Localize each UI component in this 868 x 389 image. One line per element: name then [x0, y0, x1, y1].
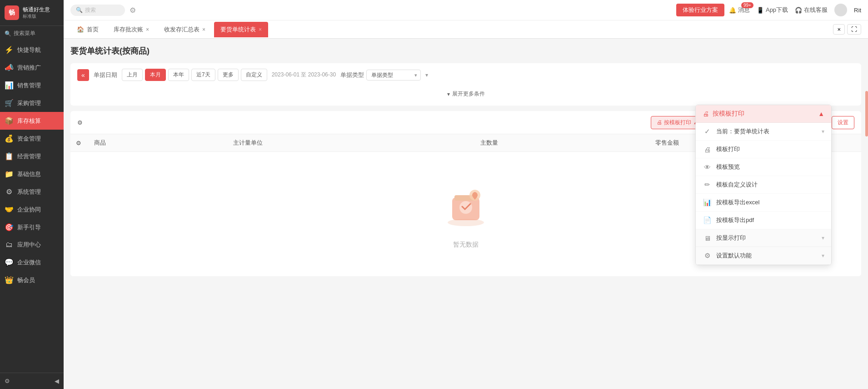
date-filter-group: 上月 本月 本年 近7天 更多 自定义 [122, 69, 267, 81]
sidebar-item-system[interactable]: ⚙ 系统管理 [0, 183, 64, 201]
order-type-select-wrapper[interactable]: 单据类型 [366, 70, 421, 81]
sidebar-item-shortcut[interactable]: ⚡ 快捷导航 [0, 41, 64, 59]
template-export-pdf-item[interactable]: 📄 按模板导出pdf [696, 212, 831, 229]
order-type-filter: 单据类型 单据类型 [340, 70, 421, 81]
logo-icon: 畅 [5, 5, 19, 20]
template-preview-item[interactable]: 👁 模板预览 [696, 158, 831, 176]
sidebar-item-appstore[interactable]: 🗂 应用中心 [0, 236, 64, 253]
template-export-excel-item[interactable]: 📊 按模板导出excel [696, 194, 831, 212]
online-service-btn[interactable]: 🎧 在线客服 [795, 6, 828, 14]
sidebar-item-label: 采购管理 [17, 99, 41, 107]
print-dropdown-close-button[interactable]: ▲ [818, 110, 824, 117]
basic-icon: 📁 [5, 170, 14, 178]
tab-collection[interactable]: 收发存汇总表 × [158, 22, 212, 37]
sidebar-item-label: 企业协同 [17, 206, 41, 214]
order-type-select[interactable]: 单据类型 [366, 70, 421, 81]
tab-close-btn[interactable]: × [833, 24, 845, 35]
sidebar-item-guide[interactable]: 🎯 新手引导 [0, 218, 64, 236]
home-icon: 🏠 [77, 26, 84, 33]
expand-filter-button[interactable]: ▾ 展开更多条件 [447, 90, 485, 98]
template-export-excel-label: 按模板导出excel [716, 198, 759, 207]
template-print-label: 模板打印 [716, 145, 740, 153]
date-filter-label: 单据日期 [94, 71, 117, 79]
col-product: 商品 [89, 134, 228, 152]
sidebar-item-label: 系统管理 [17, 188, 41, 196]
current-template-item[interactable]: ✓ 当前：要货单统计表 ▾ [696, 123, 831, 141]
date-btn-this-month[interactable]: 本月 [145, 69, 166, 81]
template-print-item[interactable]: 🖨 模板打印 [696, 141, 831, 158]
sidebar-item-label: 基础信息 [17, 170, 41, 178]
print-dropdown-panel: 🖨 按模板打印 ▲ ✓ 当前：要货单统计表 ▾ 🖨 模板打印 👁 模板预 [695, 105, 832, 265]
display-print-item[interactable]: 🖥 按显示打印 ▾ [696, 229, 831, 247]
sidebar-nav: ⚡ 快捷导航 📣 营销推广 📊 销售管理 🛒 采购管理 📦 库存核算 💰 资金管… [0, 41, 64, 373]
main-area: 🔍 搜索 ⚙ 体验行业方案 🔔 消息 99+ 📱 App下载 🎧 在线客服 Ri… [64, 0, 868, 389]
set-default-item[interactable]: ⚙ 设置默认功能 ▾ [696, 247, 831, 265]
online-service-label: 在线客服 [804, 6, 828, 14]
date-range-text: 2023-06-01 至 2023-06-30 [272, 71, 336, 79]
date-btn-last-month[interactable]: 上月 [122, 69, 143, 81]
excel-icon: 📊 [703, 198, 712, 207]
date-btn-this-year[interactable]: 本年 [168, 69, 189, 81]
sidebar-item-label: 销售管理 [17, 81, 41, 90]
operations-icon: 📋 [5, 152, 14, 161]
trial-button[interactable]: 体验行业方案 [676, 4, 724, 16]
sidebar-item-inventory[interactable]: 📦 库存核算 [0, 112, 64, 130]
sidebar-bottom: ⚙ ◀ [0, 373, 64, 389]
header-right: 🔔 消息 99+ 📱 App下载 🎧 在线客服 Rit [729, 4, 861, 16]
tab-collection-close[interactable]: × [202, 26, 205, 33]
sidebar-item-label: 经营管理 [17, 152, 41, 161]
tab-home[interactable]: 🏠 首页 [70, 22, 105, 37]
tab-maximize-btn[interactable]: ⛶ [847, 24, 861, 35]
empty-text: 暂无数据 [453, 241, 479, 249]
collapse-icon[interactable]: ◀ [55, 378, 59, 384]
col-quantity: 主数量 [475, 134, 650, 152]
tab-collection-label: 收发存汇总表 [164, 25, 200, 34]
app-download-btn[interactable]: 📱 App下载 [757, 6, 788, 14]
design-icon: ✏ [703, 181, 712, 189]
app-logo: 畅 畅通好生意 标准版 [0, 0, 64, 26]
template-check-icon: ✓ [703, 127, 712, 136]
filter-dropdown-arrow: ▾ [425, 72, 428, 78]
template-design-item[interactable]: ✏ 模板自定义设计 [696, 176, 831, 194]
tab-order-stats-label: 要货单统计表 [220, 25, 256, 34]
page-title: 要货单统计表(按商品) [70, 45, 861, 56]
settings-button[interactable]: 设置 [832, 116, 854, 129]
tabs-bar: 🏠 首页 库存批次账 × 收发存汇总表 × 要货单统计表 × × ⛶ [64, 20, 868, 39]
search-icon: 🔍 [5, 30, 11, 37]
sidebar-item-operations[interactable]: 📋 经营管理 [0, 147, 64, 165]
date-btn-7days[interactable]: 近7天 [191, 69, 215, 81]
tab-batch[interactable]: 库存批次账 × [107, 22, 155, 37]
sidebar-search[interactable]: 🔍 搜索菜单 [0, 26, 64, 41]
settings-icon[interactable]: ⚙ [5, 378, 10, 384]
print-dropdown-header: 🖨 按模板打印 ▲ [696, 105, 831, 123]
tab-order-stats[interactable]: 要货单统计表 × [214, 22, 268, 37]
date-btn-custom[interactable]: 自定义 [241, 69, 267, 81]
header-search-bar[interactable]: 🔍 搜索 [70, 5, 125, 16]
tab-order-stats-close[interactable]: × [259, 26, 262, 33]
header-gear-icon[interactable]: ⚙ [130, 6, 136, 15]
messages-btn[interactable]: 🔔 消息 99+ [729, 6, 750, 14]
shortcut-icon: ⚡ [5, 45, 14, 54]
phone-icon: 📱 [757, 7, 764, 14]
sidebar-item-purchase[interactable]: 🛒 采购管理 [0, 94, 64, 112]
sidebar-item-finance[interactable]: 💰 资金管理 [0, 130, 64, 147]
page-content: 要货单统计表(按商品) « 单据日期 上月 本月 本年 近7天 更多 自定义 2… [64, 39, 868, 389]
col-settings[interactable]: ⚙ [70, 134, 89, 152]
wechat-icon: 💬 [5, 258, 14, 267]
sidebar-item-enterprise[interactable]: 🤝 企业协同 [0, 201, 64, 218]
sidebar-item-member[interactable]: 👑 畅会员 [0, 271, 64, 289]
sidebar-item-wechat[interactable]: 💬 企业微信 [0, 253, 64, 271]
sidebar-item-sales[interactable]: 📊 销售管理 [0, 76, 64, 94]
filter-collapse-button[interactable]: « [77, 69, 89, 81]
avatar[interactable] [834, 4, 847, 16]
sidebar-item-marketing[interactable]: 📣 营销推广 [0, 59, 64, 76]
sidebar: 畅 畅通好生意 标准版 🔍 搜索菜单 ⚡ 快捷导航 📣 营销推广 📊 销售管理 … [0, 0, 64, 389]
marketing-icon: 📣 [5, 63, 14, 72]
tab-batch-close[interactable]: × [146, 26, 149, 33]
date-btn-more[interactable]: 更多 [218, 69, 239, 81]
edge-scrollbar[interactable] [865, 91, 868, 136]
current-template-arrow: ▾ [822, 128, 824, 135]
sidebar-item-basic[interactable]: 📁 基础信息 [0, 165, 64, 183]
system-icon: ⚙ [5, 187, 14, 196]
pdf-icon: 📄 [703, 216, 712, 224]
